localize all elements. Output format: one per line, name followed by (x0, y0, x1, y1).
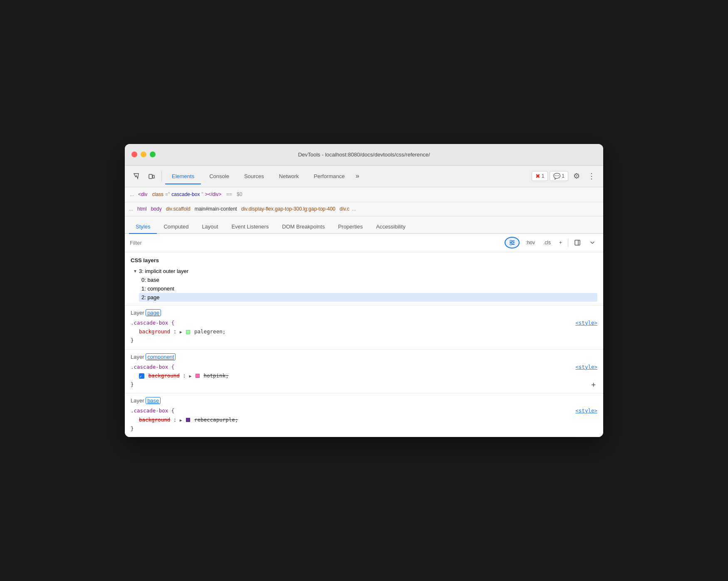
svg-point-5 (510, 240, 512, 242)
dom-tag-close: ></div> (205, 191, 222, 197)
component-arrow[interactable]: ▶ (189, 374, 191, 378)
message-count: 1 (562, 173, 565, 179)
css-layers-title: CSS layers (125, 252, 603, 267)
component-source-link[interactable]: <style> (575, 363, 597, 371)
inspect-element-button[interactable] (130, 169, 143, 183)
dom-eq: =" (165, 191, 170, 197)
breadcrumb-end-dots[interactable]: ... (352, 206, 356, 212)
dom-dots[interactable]: ... (130, 191, 134, 197)
filter-input[interactable] (130, 240, 501, 246)
layer-filter-button[interactable] (505, 237, 520, 248)
layer-page-section: Layer page .cascade-box { <style> backgr… (125, 305, 603, 349)
titlebar: DevTools - localhost:8080/docs/devtools/… (125, 144, 603, 166)
layer-component-prefix: Layer (131, 354, 146, 360)
page-selector: .cascade-box { (131, 320, 174, 326)
cls-button[interactable]: .cls (541, 238, 553, 247)
subtabs-bar: Styles Computed Layout Event Listeners D… (125, 216, 603, 234)
page-prop-line: background : ▶ palegreen; (131, 328, 225, 335)
device-toggle-button[interactable] (145, 169, 158, 183)
message-badge[interactable]: 💬 1 (550, 171, 568, 181)
page-source-link[interactable]: <style> (575, 318, 597, 327)
main-content: CSS layers ▼ 3: implicit outer layer 0: … (125, 252, 603, 437)
base-swatch[interactable] (186, 418, 190, 422)
base-prop-line: background : ▶ rebeccapurple; (131, 417, 238, 423)
tree-item-implicit[interactable]: ▼ 3: implicit outer layer (131, 267, 597, 276)
subtab-computed[interactable]: Computed (157, 220, 195, 234)
layer-page-link[interactable]: page (146, 309, 161, 316)
dom-attr-name: class (152, 191, 163, 197)
tree-arrow-implicit: ▼ (133, 269, 137, 273)
base-prop: background (139, 417, 170, 423)
more-options-button[interactable]: ⋮ (585, 169, 598, 183)
svg-rect-1 (153, 175, 154, 178)
layer-base-rule: .cascade-box { <style> background : ▶ re… (131, 406, 597, 433)
window-title: DevTools - localhost:8080/docs/devtools/… (298, 151, 430, 158)
subtab-styles[interactable]: Styles (129, 220, 157, 234)
more-tabs-button[interactable]: » (353, 171, 362, 181)
toolbar-separator (161, 171, 162, 181)
breadcrumb-div-scaffold[interactable]: div.scaffold (164, 205, 192, 213)
layer-base-prefix: Layer (131, 397, 146, 404)
error-count: 1 (542, 173, 545, 179)
add-style-button[interactable]: + (557, 238, 565, 247)
base-selector: .cascade-box { (131, 407, 174, 414)
subtab-event-listeners[interactable]: Event Listeners (225, 220, 275, 234)
breadcrumb-html[interactable]: html (136, 205, 149, 213)
hov-button[interactable]: :hov (523, 238, 537, 247)
minimize-button[interactable] (141, 151, 146, 157)
page-prop: background (139, 328, 170, 335)
tab-network[interactable]: Network (272, 171, 306, 182)
tab-console[interactable]: Console (203, 171, 236, 182)
page-swatch[interactable] (186, 330, 190, 334)
base-value: rebeccapurple; (194, 417, 238, 423)
plus-icon: + (559, 240, 562, 246)
layer-base-label: Layer base (131, 397, 597, 404)
tree-item-page[interactable]: 2: page (139, 293, 597, 302)
base-close: } (131, 425, 134, 432)
svg-point-7 (510, 243, 512, 245)
settings-button[interactable]: ⚙ (570, 169, 583, 183)
dock-button[interactable] (572, 237, 583, 248)
breadcrumb-div-flex[interactable]: div.display-flex.gap-top-300.lg:gap-top-… (240, 205, 337, 213)
component-swatch[interactable] (196, 374, 200, 378)
subtab-dom-breakpoints[interactable]: DOM Breakpoints (275, 220, 332, 234)
layer-component-section: Layer component .cascade-box { <style> b… (125, 349, 603, 393)
svg-point-6 (512, 242, 513, 243)
error-icon: ✖ (535, 173, 540, 179)
close-button[interactable] (131, 151, 137, 157)
component-close: } (131, 381, 134, 387)
base-colon: : (173, 417, 177, 423)
maximize-button[interactable] (150, 151, 156, 157)
filter-bar: :hov .cls + (125, 234, 603, 252)
page-arrow[interactable]: ▶ (180, 330, 182, 334)
tree-item-base[interactable]: 0: base (139, 276, 597, 284)
tab-sources[interactable]: Sources (238, 171, 271, 182)
component-selector: .cascade-box { (131, 364, 174, 370)
component-prop-line: background : ▶ hotpink; (131, 372, 229, 379)
page-colon: : (173, 328, 180, 335)
subtab-accessibility[interactable]: Accessibility (369, 220, 412, 234)
tab-elements[interactable]: Elements (165, 171, 201, 182)
base-source-link[interactable]: <style> (575, 406, 597, 415)
layer-page-prefix: Layer (131, 310, 146, 316)
breadcrumb-main-content[interactable]: main#main-content (193, 205, 239, 213)
layer-component-link[interactable]: component (146, 353, 176, 360)
layer-base-link[interactable]: base (146, 397, 161, 404)
dom-equals: == (226, 191, 232, 197)
breadcrumb-body[interactable]: body (149, 205, 163, 213)
breadcrumb-dots[interactable]: ... (129, 206, 133, 212)
page-close: } (131, 337, 134, 343)
tree-item-component[interactable]: 1: component (139, 284, 597, 293)
add-property-button[interactable]: + (589, 380, 597, 389)
base-arrow[interactable]: ▶ (180, 418, 182, 422)
component-value: hotpink; (203, 372, 228, 379)
subtab-layout[interactable]: Layout (195, 220, 225, 234)
component-checkbox[interactable] (139, 373, 144, 379)
tab-performance[interactable]: Performance (307, 171, 351, 182)
breadcrumb-div-more[interactable]: div.c (338, 205, 351, 213)
subtab-properties[interactable]: Properties (332, 220, 369, 234)
collapse-button[interactable] (587, 237, 598, 248)
dom-tag-open: <div (138, 191, 147, 197)
layer-page-label: Layer page (131, 310, 597, 316)
error-badge[interactable]: ✖ 1 (532, 171, 548, 181)
